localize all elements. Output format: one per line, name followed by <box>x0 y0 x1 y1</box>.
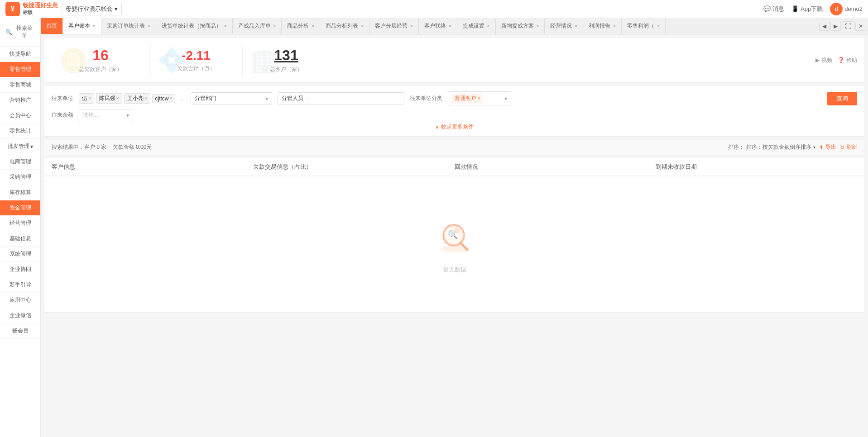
tab-close-retail-profit[interactable]: × <box>657 24 660 28</box>
export-button[interactable]: ⬆ 导出 <box>819 143 836 151</box>
unit-type-filter-select[interactable]: 普通客户 × ▾ <box>448 91 511 105</box>
tab-customer-layer[interactable]: 客户分层经营 × <box>369 18 419 34</box>
table-container: 客户信息 欠款交易信息（占比） 回款情况 到期未收款日期 <box>44 158 864 312</box>
unit-filter-tags: 伍 × 陈民强 × 王小亮 × cjttcw × <box>79 93 185 104</box>
tab-product-instock[interactable]: 产成品入库单 × <box>233 18 282 34</box>
results-actions: 排序： 排序：按欠款金额倒序排序 ▾ ⬆ 导出 ↻ 刷新 <box>728 143 857 151</box>
help-button[interactable]: ❓ 帮助 <box>838 57 857 64</box>
dept-dropdown-arrow: ▾ <box>265 95 268 102</box>
tab-profit-report[interactable]: 利润报告 × <box>583 18 622 34</box>
filter-tag-1: 陈民强 × <box>96 93 122 104</box>
collapse-filter-button[interactable]: ∧ 收起更多条件 <box>52 123 857 131</box>
filter-tag-2-close[interactable]: × <box>144 96 147 101</box>
tab-prev-button[interactable]: ◀ <box>819 22 830 31</box>
message-icon: 💬 <box>763 5 771 12</box>
sidebar-item-wholesale-mgmt[interactable]: 批发管理 ▾ <box>0 139 40 154</box>
svg-text:🔍: 🔍 <box>448 230 458 240</box>
sidebar: 🔍 搜索菜单 快捷导航 零售管理 零售商城 营销推广 会员中心 零售统计 批发管… <box>0 18 41 437</box>
video-help-button[interactable]: ▶ 视频 <box>815 57 832 64</box>
message-button[interactable]: 💬 消息 <box>763 5 784 13</box>
sidebar-item-system-mgmt[interactable]: 系统管理 <box>0 247 40 262</box>
tab-new-promotion[interactable]: 新增提成方案 × <box>496 18 545 34</box>
tab-close-purchase-order[interactable]: × <box>148 24 150 28</box>
filter-tags-more[interactable]: ... <box>177 95 185 103</box>
sidebar-item-vip-member[interactable]: 畅会员 <box>0 323 40 339</box>
help-area: ▶ 视频 ❓ 帮助 <box>815 57 857 64</box>
sidebar-item-marketing[interactable]: 营销推广 <box>0 93 40 108</box>
tab-home[interactable]: 首页 <box>41 18 63 34</box>
tab-close-product-instock[interactable]: × <box>273 24 276 28</box>
table-col-due-date: 到期未收款日期 <box>656 163 857 171</box>
app-download-button[interactable]: 📱 App下载 <box>791 5 823 13</box>
tab-close-instock-stats[interactable]: × <box>224 24 227 28</box>
tab-close-all-button[interactable]: ✕ <box>855 22 866 31</box>
diamond-icon: 💠 <box>157 47 187 74</box>
unit-filter-label: 往来单位 <box>52 95 73 102</box>
filter-tag-1-close[interactable]: × <box>116 96 119 101</box>
sidebar-item-ecommerce-mgmt[interactable]: 电商管理 <box>0 154 40 170</box>
balance-filter-select[interactable]: 选择... ▾ <box>79 109 133 121</box>
results-bar: 搜索结果中，客户 0 家 欠款金额 0.00元 排序： 排序：按欠款金额倒序排序… <box>44 140 864 155</box>
top-bar-left: ¥ 畅捷通好生意 标版 母婴行业演示帐套 ▾ <box>5 2 122 16</box>
tab-close-operations[interactable]: × <box>575 24 577 28</box>
tab-next-button[interactable]: ▶ <box>830 22 841 31</box>
tab-promotion-settings[interactable]: 提成设置 × <box>457 18 496 34</box>
results-text: 搜索结果中，客户 0 家 欠款金额 0.00元 <box>52 143 152 151</box>
logo-icon: ¥ <box>5 2 20 16</box>
tab-product-analysis[interactable]: 商品分析 × <box>282 18 320 34</box>
tab-close-new-promotion[interactable]: × <box>537 24 539 28</box>
sidebar-item-enterprise-wechat[interactable]: 企业微信 <box>0 308 40 323</box>
tab-close-promotion-settings[interactable]: × <box>487 24 490 28</box>
filter-tag-0-close[interactable]: × <box>88 96 91 101</box>
sidebar-item-retail-stats[interactable]: 零售统计 <box>0 124 40 139</box>
dept-filter-select[interactable]: 分管部门 ▾ <box>191 92 272 104</box>
tab-customer-capital[interactable]: 客户账本 × <box>63 18 101 34</box>
table-header: 客户信息 欠款交易信息（占比） 回款情况 到期未收款日期 <box>44 158 864 176</box>
sidebar-item-finance-mgmt[interactable]: 资金管理 <box>0 200 40 216</box>
sidebar-item-basic-info[interactable]: 基础信息 <box>0 231 40 247</box>
sidebar-item-retail-mall[interactable]: 零售商城 <box>0 77 40 93</box>
filter-row-1: 往来单位 伍 × 陈民强 × 王小亮 × <box>52 91 857 105</box>
unit-type-tag-close[interactable]: × <box>477 96 480 101</box>
tab-close-customer-contact[interactable]: × <box>449 24 451 28</box>
sidebar-item-app-center[interactable]: 应用中心 <box>0 293 40 308</box>
tab-close-product-analysis[interactable]: × <box>312 24 314 28</box>
chevron-down-icon: ▾ <box>30 143 33 150</box>
tab-close-profit-report[interactable]: × <box>613 24 616 28</box>
company-selector[interactable]: 母婴行业演示帐套 ▾ <box>62 3 122 15</box>
tab-close-product-analysis-list[interactable]: × <box>361 24 364 28</box>
sidebar-item-operations-mgmt[interactable]: 经营管理 <box>0 216 40 231</box>
sidebar-item-new-guide[interactable]: 新手引导 <box>0 277 40 293</box>
tab-operations[interactable]: 经营情况 × <box>545 18 583 34</box>
tab-retail-profit[interactable]: 零售利润（ × <box>622 18 666 34</box>
refresh-button[interactable]: ↻ 刷新 <box>840 143 857 151</box>
tab-fullscreen-button[interactable]: ⛶ <box>842 21 854 31</box>
sidebar-item-retail-mgmt[interactable]: 零售管理 <box>0 62 40 77</box>
table-col-debt-info: 欠款交易信息（占比） <box>253 163 455 171</box>
sidebar-quick-nav[interactable]: 快捷导航 <box>0 47 40 62</box>
empty-svg-icon: 🔍 <box>432 215 477 260</box>
tab-close-customer-capital[interactable]: × <box>93 24 96 28</box>
manager-filter-select[interactable]: 分管人员 ··· <box>278 92 404 104</box>
sidebar-item-member-center[interactable]: 会员中心 <box>0 108 40 124</box>
logo-subtitle: 标版 <box>23 9 58 16</box>
filter-tag-3: cjttcw × <box>152 94 176 103</box>
sort-label: 排序： <box>728 143 744 151</box>
tab-instock-stats[interactable]: 进货单统计表（按商品） × <box>156 18 233 34</box>
sidebar-item-purchase-mgmt[interactable]: 采购管理 <box>0 170 40 185</box>
coin-icon: 🪙 <box>59 47 88 74</box>
tab-product-analysis-list[interactable]: 商品分析列表 × <box>320 18 369 34</box>
filter-tag-2: 王小亮 × <box>124 93 150 104</box>
tab-customer-contact[interactable]: 客户联络 × <box>419 18 457 34</box>
sort-selector[interactable]: 排序： 排序：按欠款金额倒序排序 ▾ <box>728 143 815 151</box>
refresh-icon: ↻ <box>840 144 844 151</box>
tab-purchase-order[interactable]: 采购订单统计表 × <box>101 18 156 34</box>
filter-tag-3-close[interactable]: × <box>170 96 173 101</box>
sidebar-item-inventory[interactable]: 库存核算 <box>0 185 40 200</box>
tab-close-customer-layer[interactable]: × <box>410 24 413 28</box>
query-button[interactable]: 查询 <box>827 92 857 105</box>
sidebar-item-enterprise-coop[interactable]: 企业协同 <box>0 262 40 277</box>
user-profile[interactable]: d demo2 <box>830 3 863 15</box>
empty-state: 🔍 暂无数据 <box>432 215 477 274</box>
search-menu-button[interactable]: 🔍 搜索菜单 <box>4 23 37 42</box>
